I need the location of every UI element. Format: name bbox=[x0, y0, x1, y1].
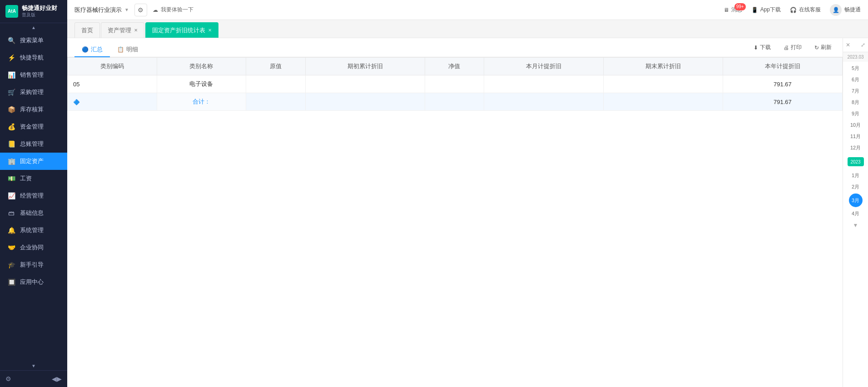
enterprise-icon: 🤝 bbox=[7, 243, 15, 252]
sub-tab-detail[interactable]: 📋 明细 bbox=[110, 43, 145, 57]
row-annual-dep: 791.67 bbox=[723, 75, 842, 93]
sidebar-scroll-up[interactable]: ▲ bbox=[0, 23, 67, 32]
download-btn[interactable]: ⬇ 下载 bbox=[750, 42, 774, 53]
date-scroll-down-btn[interactable]: ▼ bbox=[843, 220, 868, 230]
sub-tabs-container: 🔵 汇总 📋 明细 ⬇ 下载 🖨 打印 bbox=[67, 38, 843, 57]
col-period-dep: 期末累计折旧 bbox=[603, 58, 723, 75]
col-name: 类别名称 bbox=[157, 58, 246, 75]
settings-footer-icon[interactable]: ⚙ bbox=[5, 375, 11, 382]
subtotal-initial-dep bbox=[305, 93, 425, 111]
print-btn[interactable]: 🖨 打印 bbox=[780, 42, 805, 53]
tab-home[interactable]: 首页 bbox=[74, 22, 100, 38]
sidebar-item-finance[interactable]: 💰 资金管理 bbox=[0, 118, 67, 135]
month-2023-4[interactable]: 4月 bbox=[850, 208, 861, 219]
sidebar-item-ledger[interactable]: 📒 总账管理 bbox=[0, 135, 67, 153]
ledger-icon: 📒 bbox=[7, 140, 15, 148]
app-logo-icon: AtA bbox=[5, 5, 18, 18]
sidebar-item-label: 搜索菜单 bbox=[20, 36, 44, 45]
sidebar-item-search[interactable]: 🔍 搜索菜单 bbox=[0, 32, 67, 49]
table-container: 类别编码 类别名称 原值 期初累计折旧 净值 本月计提折旧 期末累计折旧 本年计… bbox=[67, 57, 843, 387]
sidebar-item-system[interactable]: 🔔 系统管理 bbox=[0, 222, 67, 239]
topbar-settings-btn[interactable]: ⚙ bbox=[134, 4, 147, 16]
chevron-down-icon: ▼ bbox=[853, 222, 858, 228]
subtotal-icon-cell: 🔷 bbox=[68, 93, 157, 111]
print-icon: 🖨 bbox=[784, 45, 789, 51]
message-btn[interactable]: 🖥 消息 99+ bbox=[724, 6, 742, 14]
sidebar-item-app-center[interactable]: 🔲 应用中心 bbox=[0, 273, 67, 291]
customer-service-btn[interactable]: 🎧 在线客服 bbox=[790, 6, 821, 14]
tab-home-label: 首页 bbox=[81, 26, 93, 35]
right-panel-header: ✕ ⤢ bbox=[843, 38, 868, 52]
month-7[interactable]: 7月 bbox=[850, 85, 861, 97]
purchase-icon: 🛒 bbox=[7, 88, 15, 96]
topbar: 医疗器械行业演示 ▼ ⚙ ☁ 我要体验一下 🖥 消息 99+ 📱 App下载 🎧… bbox=[67, 0, 868, 20]
download-toolbar-icon: ⬇ bbox=[754, 45, 758, 51]
col-annual-dep: 本年计提折旧 bbox=[723, 58, 842, 75]
summary-tab-icon: 🔵 bbox=[82, 46, 89, 53]
month-9[interactable]: 9月 bbox=[850, 108, 861, 119]
subtotal-annual-dep: 791.67 bbox=[723, 93, 842, 111]
panel-close-btn[interactable]: ✕ bbox=[845, 41, 851, 49]
sidebar-item-purchase[interactable]: 🛒 采购管理 bbox=[0, 84, 67, 101]
scroll-down-arrow[interactable]: ▼ bbox=[31, 363, 36, 368]
sidebar-item-salary[interactable]: 💵 工资 bbox=[0, 170, 67, 187]
fixed-assets-icon: 🏢 bbox=[7, 157, 15, 165]
month-8[interactable]: 8月 bbox=[850, 97, 861, 108]
tab-depreciation-close[interactable]: ✕ bbox=[208, 28, 212, 33]
user-menu[interactable]: 👤 畅捷通 bbox=[830, 4, 861, 16]
company-dropdown-chevron: ▼ bbox=[124, 7, 129, 12]
month-12[interactable]: 12月 bbox=[848, 142, 863, 154]
row-code: 05 bbox=[68, 75, 157, 93]
search-nav-icon: 🔍 bbox=[7, 36, 15, 45]
month-6[interactable]: 6月 bbox=[850, 74, 861, 85]
year-2023-badge[interactable]: 2023 bbox=[848, 157, 864, 166]
tab-depreciation[interactable]: 固定资产折旧统计表 ✕ bbox=[145, 22, 218, 38]
guide-icon: 🎓 bbox=[7, 261, 15, 269]
sidebar-item-inventory[interactable]: 📦 库存核算 bbox=[0, 101, 67, 118]
sidebar-item-quick-nav[interactable]: ⚡ 快捷导航 bbox=[0, 49, 67, 66]
month-2023-3-container: 3月 bbox=[849, 193, 863, 208]
table-row: 05 电子设备 791.67 bbox=[68, 75, 843, 93]
tab-asset-mgmt-close[interactable]: ✕ bbox=[134, 28, 138, 33]
sub-tab-detail-label: 明细 bbox=[126, 45, 138, 54]
prev-year-months: 5月 6月 7月 8月 9月 10月 11月 12月 bbox=[843, 62, 868, 154]
sidebar-item-label: 采购管理 bbox=[20, 88, 44, 96]
subtotal-label: 合计： bbox=[157, 93, 246, 111]
tabs-bar: 首页 资产管理 ✕ 固定资产折旧统计表 ✕ bbox=[67, 20, 868, 38]
month-5[interactable]: 5月 bbox=[850, 63, 861, 74]
year-2023-months: 1月 2月 3月 4月 bbox=[843, 169, 868, 220]
sidebar-item-label: 库存核算 bbox=[20, 105, 44, 114]
refresh-btn[interactable]: ↻ 刷新 bbox=[811, 42, 835, 53]
avatar: 👤 bbox=[830, 4, 842, 16]
sidebar-item-basic-info[interactable]: 🗃 基础信息 bbox=[0, 204, 67, 222]
company-selector[interactable]: 医疗器械行业演示 ▼ bbox=[74, 6, 129, 14]
sub-tab-summary-label: 汇总 bbox=[91, 45, 103, 54]
collapse-sidebar-icon[interactable]: ◀▶ bbox=[52, 375, 62, 382]
tab-asset-mgmt-label: 资产管理 bbox=[108, 26, 131, 35]
app-download-btn[interactable]: 📱 App下载 bbox=[751, 6, 781, 14]
scroll-up-arrow[interactable]: ▲ bbox=[31, 25, 36, 30]
year-label-prev: 2023.03 bbox=[843, 52, 868, 62]
sidebar-item-label: 企业协同 bbox=[20, 243, 44, 252]
month-2023-1[interactable]: 1月 bbox=[850, 170, 861, 181]
month-2023-3-active[interactable]: 3月 bbox=[849, 194, 863, 207]
tab-depreciation-label: 固定资产折旧统计表 bbox=[152, 26, 205, 35]
sidebar-item-management[interactable]: 📈 经营管理 bbox=[0, 187, 67, 204]
sub-tab-summary[interactable]: 🔵 汇总 bbox=[74, 43, 110, 57]
experience-btn[interactable]: ☁ 我要体验一下 bbox=[153, 6, 193, 14]
page-content: 🔵 汇总 📋 明细 ⬇ 下载 🖨 打印 bbox=[67, 38, 843, 387]
subtotal-period-dep bbox=[603, 93, 723, 111]
panel-expand-btn[interactable]: ⤢ bbox=[860, 41, 866, 49]
month-11[interactable]: 11月 bbox=[848, 131, 863, 142]
sidebar-scroll-down[interactable]: ▼ bbox=[0, 362, 67, 370]
tab-asset-mgmt[interactable]: 资产管理 ✕ bbox=[101, 22, 144, 38]
month-2023-2[interactable]: 2月 bbox=[850, 181, 861, 193]
headset-icon: 🎧 bbox=[790, 7, 797, 13]
month-10[interactable]: 10月 bbox=[848, 119, 863, 131]
sidebar-item-guide[interactable]: 🎓 新手引导 bbox=[0, 256, 67, 273]
sidebar-item-label: 基础信息 bbox=[20, 209, 44, 217]
sidebar-header: AtA 畅捷通好业财 普及版 bbox=[0, 0, 67, 23]
sidebar-item-fixed-assets[interactable]: 🏢 固定资产 bbox=[0, 153, 67, 170]
sidebar-item-enterprise[interactable]: 🤝 企业协同 bbox=[0, 239, 67, 256]
sidebar-item-sales[interactable]: 📊 销售管理 bbox=[0, 66, 67, 84]
